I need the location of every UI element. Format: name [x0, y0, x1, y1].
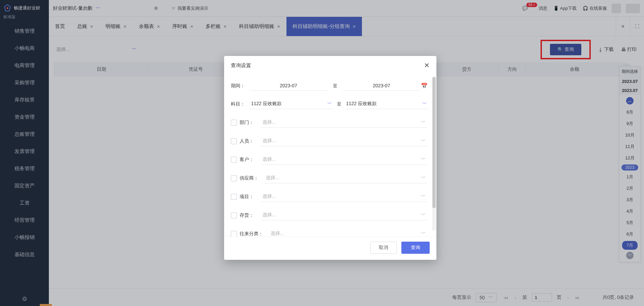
filter-current-cat-label: 往来分类：	[240, 231, 269, 237]
subject-to-value: 1122 应收账款	[346, 101, 377, 107]
placeholder: 选择...	[266, 175, 279, 181]
filter-project-label: 项目：	[240, 194, 261, 200]
calendar-icon[interactable]: 📅	[420, 83, 428, 89]
placeholder: 选择...	[263, 193, 276, 200]
chevron-down-icon: ﹀	[421, 175, 426, 181]
modal-cancel-button[interactable]: 取消	[370, 242, 397, 254]
filter-dept-select[interactable]: 选择...﹀	[261, 117, 427, 128]
filter-current-cat-row: 往来分类： 选择...﹀	[229, 224, 436, 237]
modal-header: 查询设置 ✕	[224, 56, 436, 75]
filter-dept-label: 部门：	[240, 120, 261, 126]
chevron-down-icon: ﹀	[421, 156, 426, 162]
period-label: 期间：	[231, 83, 250, 89]
placeholder: 选择...	[263, 119, 276, 125]
modal-scrollbar-thumb[interactable]	[432, 77, 436, 208]
chevron-down-icon: ﹀	[421, 231, 426, 237]
placeholder: 选择...	[271, 231, 284, 237]
filter-supplier-checkbox[interactable]	[231, 175, 237, 181]
filter-current-cat-checkbox[interactable]	[231, 231, 237, 237]
modal-body: 期间： 2023-07 至 2023-07 📅 科目： 1122 应收账款 ﹀ …	[224, 75, 436, 237]
filter-dept-row: 部门： 选择...﹀	[229, 113, 436, 132]
chevron-down-icon: ﹀	[421, 212, 426, 218]
filter-customer-checkbox[interactable]	[231, 157, 237, 163]
period-to-input[interactable]: 2023-07	[343, 81, 420, 91]
filter-person-label: 人员：	[240, 138, 261, 144]
placeholder: 选择...	[263, 212, 276, 218]
filter-supplier-row: 供应商： 选择...﹀	[229, 169, 436, 187]
filter-dept-checkbox[interactable]	[231, 120, 237, 126]
filter-project-select[interactable]: 选择...﹀	[261, 191, 427, 202]
filter-person-checkbox[interactable]	[231, 138, 237, 144]
placeholder: 选择...	[263, 156, 276, 162]
chevron-down-icon: ﹀	[422, 101, 427, 107]
modal-confirm-button[interactable]: 查询	[401, 242, 430, 254]
modal-title: 查询设置	[231, 62, 251, 69]
filter-inventory-label: 存货：	[240, 212, 261, 218]
modal-footer: 取消 查询	[224, 237, 436, 260]
filter-inventory-select[interactable]: 选择...﹀	[261, 210, 427, 220]
subject-label: 科目：	[231, 101, 250, 107]
chevron-down-icon: ﹀	[421, 138, 426, 144]
filter-person-row: 人员： 选择...﹀	[229, 132, 436, 150]
period-sep: 至	[327, 83, 343, 89]
subject-sep: 至	[333, 101, 345, 107]
subject-from-input[interactable]: 1122 应收账款 ﹀	[250, 99, 333, 109]
query-settings-modal: 查询设置 ✕ 期间： 2023-07 至 2023-07 📅 科目： 1122 …	[224, 56, 436, 260]
filter-supplier-label: 供应商：	[240, 175, 265, 181]
filter-current-cat-select[interactable]: 选择...﹀	[269, 228, 427, 237]
filter-customer-row: 客户： 选择...﹀	[229, 150, 436, 169]
chevron-down-icon: ﹀	[421, 119, 426, 125]
filter-supplier-select[interactable]: 选择...﹀	[265, 173, 427, 183]
filter-person-select[interactable]: 选择...﹀	[261, 136, 427, 146]
filter-customer-label: 客户：	[240, 157, 261, 163]
modal-close-icon[interactable]: ✕	[424, 61, 430, 69]
period-from-input[interactable]: 2023-07	[250, 81, 327, 91]
chevron-down-icon: ﹀	[421, 193, 426, 200]
period-row: 期间： 2023-07 至 2023-07 📅	[229, 77, 436, 95]
subject-to-input[interactable]: 1122 应收账款 ﹀	[345, 99, 428, 109]
filter-project-checkbox[interactable]	[231, 194, 237, 200]
filter-inventory-checkbox[interactable]	[231, 212, 237, 218]
filter-customer-select[interactable]: 选择...﹀	[261, 154, 427, 165]
chevron-down-icon: ﹀	[327, 101, 332, 107]
subject-from-value: 1122 应收账款	[251, 101, 282, 107]
subject-row: 科目： 1122 应收账款 ﹀ 至 1122 应收账款 ﹀	[229, 95, 436, 113]
filter-inventory-row: 存货： 选择...﹀	[229, 206, 436, 224]
filter-project-row: 项目： 选择...﹀	[229, 187, 436, 206]
placeholder: 选择...	[263, 138, 276, 144]
